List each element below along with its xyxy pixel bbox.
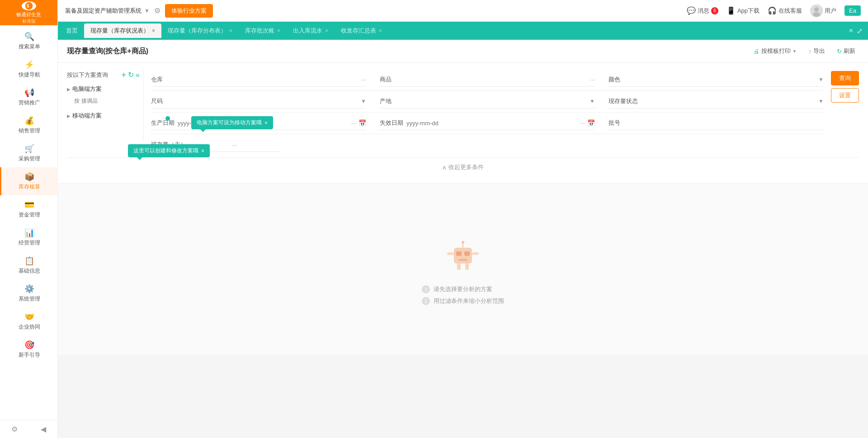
sidebar-item-marketing[interactable]: 📢 营销推广 — [0, 83, 57, 111]
origin-label: 产地 — [380, 97, 405, 105]
topbar-gear-icon[interactable]: ⚙ — [154, 6, 160, 15]
system-dropdown-arrow[interactable]: ▼ — [144, 8, 150, 14]
tooltip-pc-close[interactable]: × — [264, 120, 268, 126]
pc-scheme-entries: 按 接调品 — [67, 95, 140, 107]
sidebar-item-system[interactable]: ⚙️ 系统管理 — [0, 279, 57, 307]
tooltip-create-close[interactable]: × — [201, 148, 204, 154]
scheme-subentry-storage[interactable]: 按 接调品 — [74, 95, 140, 107]
collapse-btn[interactable]: ∧ 收起更多条件 — [437, 161, 489, 173]
main: 装备及固定资产辅助管理系统 ▼ ⚙ 体验行业方案 💬 消息 6 📱 App下载 … — [58, 0, 868, 438]
user-item[interactable]: 用户 — [810, 5, 836, 17]
page: 现存量查询(按仓库+商品) 🖨 按模板打印 ▼ ↑ 导出 ↻ 刷新 — [58, 40, 868, 355]
mobile-scheme-label: 移动端方案 — [72, 112, 102, 120]
tab-in-out-flow-close[interactable]: × — [325, 28, 328, 34]
sidebar-item-operations-label: 经营管理 — [19, 239, 40, 247]
tab-inventory-status-label: 现存量（库存状况表） — [90, 27, 149, 35]
sidebar-item-quicknav[interactable]: ⚡ 快捷导航 — [0, 55, 57, 83]
settings-footer-btn[interactable]: ⚙ — [11, 425, 18, 433]
tab-home[interactable]: 首页 — [60, 24, 84, 38]
refresh-icon: ↻ — [837, 48, 842, 55]
mobile-scheme-header[interactable]: ▶ 移动端方案 — [67, 109, 140, 122]
size-input[interactable] — [179, 98, 358, 105]
empty-illustration — [443, 234, 483, 276]
inventory-qty-max[interactable] — [244, 141, 280, 148]
expiry-date-calendar-icon[interactable]: 📅 — [587, 119, 595, 127]
operations-icon: 📊 — [24, 228, 34, 238]
product-more-icon[interactable]: ··· — [590, 76, 595, 83]
refresh-btn[interactable]: ↻ 刷新 — [833, 45, 859, 57]
sidebar-item-basicinfo[interactable]: 📋 基础信息 — [0, 251, 57, 279]
warehouse-more-icon[interactable]: ··· — [361, 76, 366, 83]
field-expiry-date: 失效日期 — 📅 — [380, 116, 595, 130]
app-download-item[interactable]: 📱 App下载 — [726, 6, 760, 15]
collapse-label: 收起更多条件 — [448, 163, 484, 171]
sidebar-item-finance[interactable]: 💳 资金管理 — [0, 195, 57, 223]
prod-date-calendar-icon[interactable]: 📅 — [359, 119, 366, 127]
step-2-num: 2 — [422, 297, 430, 305]
tab-receipt-summary[interactable]: 收发存汇总表 × — [335, 24, 388, 38]
field-product: 商品 ··· — [380, 73, 595, 87]
message-item[interactable]: 💬 消息 6 — [687, 6, 718, 15]
print-btn[interactable]: 🖨 按模板打印 ▼ — [750, 45, 801, 57]
color-dropdown-icon[interactable]: ▼ — [818, 76, 824, 83]
refresh-scheme-btn[interactable]: ↻ — [128, 71, 134, 79]
svg-rect-14 — [465, 264, 469, 270]
reset-btn[interactable]: 设置 — [831, 88, 859, 103]
inventory-status-dropdown-icon[interactable]: ▼ — [818, 98, 824, 104]
filter-fields: 仓库 ··· 商品 ··· — [144, 69, 824, 155]
close-all-tabs-btn[interactable]: × — [849, 27, 853, 35]
tab-inventory-dist-label: 现存量（库存分布表） — [168, 27, 226, 35]
tab-batch-ledger[interactable]: 库存批次账 × — [239, 24, 287, 38]
sidebar-item-basicinfo-label: 基础信息 — [19, 267, 40, 275]
tabbar-actions: × ⤢ — [845, 27, 866, 35]
solution-btn[interactable]: 体验行业方案 — [165, 4, 213, 18]
size-dropdown-icon[interactable]: ▼ — [361, 98, 366, 104]
tooltip-create-text: 这里可以创建和修改方案哦 — [133, 147, 198, 155]
sidebar-item-enterprise-label: 企业协同 — [19, 323, 40, 331]
prev-scheme-btn[interactable]: « — [136, 71, 140, 79]
empty-step-1: 1 请先选择要分析的方案 — [422, 285, 504, 293]
collapse-footer-btn[interactable]: ◀ — [41, 425, 46, 433]
batch-input[interactable] — [636, 120, 824, 127]
export-label: 导出 — [813, 47, 825, 55]
sidebar-item-sales[interactable]: 💰 销售管理 — [0, 111, 57, 139]
print-dropdown-icon[interactable]: ▼ — [793, 49, 797, 54]
search-btn[interactable]: 查询 — [831, 71, 859, 85]
tab-inventory-dist[interactable]: 现存量（库存分布表） × — [161, 24, 239, 38]
sidebar-item-newbie[interactable]: 🎯 新手引导 — [0, 335, 57, 363]
add-scheme-btn[interactable]: + — [122, 71, 127, 79]
product-input[interactable] — [407, 76, 587, 83]
tab-in-out-flow[interactable]: 出入库流水 × — [287, 24, 335, 38]
pc-scheme-header[interactable]: ▶ 电脑端方案 — [67, 83, 140, 95]
warehouse-label: 仓库 — [151, 75, 176, 84]
online-service-item[interactable]: 🎧 在线客服 — [768, 6, 802, 15]
sidebar-item-search[interactable]: 🔍 搜索菜单 — [0, 27, 57, 55]
fullscreen-btn[interactable]: ⤢ — [857, 27, 863, 35]
tab-inventory-status[interactable]: 现存量（库存状况表） × — [84, 24, 161, 38]
sidebar-item-operations[interactable]: 📊 经营管理 — [0, 223, 57, 251]
svg-rect-5 — [454, 248, 472, 264]
quicknav-icon: ⚡ — [24, 60, 34, 70]
sidebar-item-inventory[interactable]: 📦 库存核算 — [0, 167, 57, 195]
export-btn[interactable]: ↑ 导出 — [805, 45, 829, 57]
ea-badge[interactable]: Ea — [844, 5, 861, 16]
tab-batch-ledger-close[interactable]: × — [277, 28, 280, 34]
enterprise-icon: 🤝 — [24, 312, 34, 322]
scheme-panel-title: 按以下方案查询 — [67, 71, 120, 79]
tab-inventory-status-close[interactable]: × — [152, 28, 155, 34]
collapse-arrow-icon: ∧ — [442, 164, 447, 171]
sidebar-item-enterprise[interactable]: 🤝 企业协同 — [0, 307, 57, 335]
expiry-date-start[interactable] — [406, 120, 578, 127]
origin-dropdown-icon[interactable]: ▼ — [590, 98, 595, 104]
origin-input[interactable] — [407, 98, 587, 105]
step-2-label: 用过滤条件来缩小分析范围 — [434, 297, 504, 305]
tab-inventory-dist-close[interactable]: × — [229, 28, 232, 34]
color-input[interactable] — [636, 76, 816, 83]
svg-point-4 — [813, 12, 820, 17]
sidebar-item-purchase[interactable]: 🛒 采购管理 — [0, 139, 57, 167]
warehouse-input[interactable] — [179, 76, 358, 83]
page-actions: 🖨 按模板打印 ▼ ↑ 导出 ↻ 刷新 — [750, 45, 859, 57]
inventory-status-input[interactable] — [643, 98, 816, 105]
mobile-scheme-arrow: ▶ — [67, 113, 71, 118]
tab-receipt-summary-close[interactable]: × — [379, 28, 382, 34]
